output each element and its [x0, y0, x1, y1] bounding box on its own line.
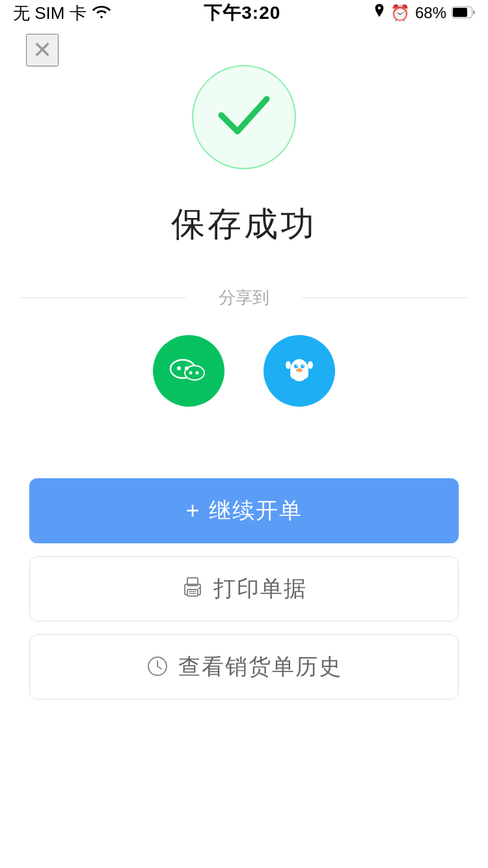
action-buttons: + 继续开单 打印单据	[29, 478, 459, 699]
svg-point-4	[177, 366, 181, 370]
svg-point-6	[189, 372, 193, 375]
share-label: 分享到	[219, 286, 269, 309]
svg-point-22	[198, 587, 200, 589]
status-time: 下午3:20	[204, 1, 280, 25]
divider-left	[20, 297, 186, 298]
svg-point-16	[296, 368, 303, 372]
svg-point-7	[196, 372, 199, 375]
wifi-icon	[92, 4, 111, 22]
svg-point-14	[296, 365, 297, 366]
close-button[interactable]: ✕	[26, 34, 59, 66]
battery-percent: 68%	[415, 4, 446, 22]
svg-line-27	[157, 666, 161, 669]
status-left: 无 SIM 卡	[13, 2, 111, 25]
svg-point-13	[301, 364, 305, 368]
svg-point-17	[286, 361, 291, 369]
share-divider: 分享到	[0, 286, 488, 309]
checkmark-icon	[218, 91, 270, 143]
print-receipt-label: 打印单据	[213, 574, 307, 604]
view-history-label: 查看销货单历史	[178, 652, 342, 682]
wechat-icon	[169, 351, 209, 391]
status-bar: 无 SIM 卡 下午3:20 ⏰ 68%	[0, 0, 488, 26]
continue-order-label: 继续开单	[209, 496, 303, 526]
print-receipt-button[interactable]: 打印单据	[29, 556, 459, 621]
status-right: ⏰ 68%	[373, 4, 475, 22]
share-section: 分享到	[0, 286, 488, 446]
svg-point-12	[294, 364, 298, 368]
svg-rect-1	[453, 8, 467, 17]
clock-icon	[146, 655, 169, 680]
qq-icon	[279, 351, 319, 391]
main-content: 保存成功 分享到	[0, 26, 488, 699]
plus-icon: +	[185, 497, 199, 524]
share-icons	[0, 335, 488, 407]
svg-rect-21	[187, 590, 198, 596]
alarm-icon: ⏰	[390, 4, 410, 22]
success-circle	[192, 65, 296, 169]
battery-icon	[452, 4, 475, 22]
success-title: 保存成功	[171, 202, 317, 247]
wechat-share-button[interactable]	[153, 335, 224, 407]
svg-point-18	[308, 361, 313, 369]
location-icon	[373, 4, 385, 22]
printer-icon	[181, 576, 204, 602]
continue-order-button[interactable]: + 继续开单	[29, 478, 459, 543]
divider-right	[302, 297, 468, 298]
svg-point-5	[185, 366, 189, 370]
close-icon: ✕	[33, 38, 52, 62]
qq-share-button[interactable]	[264, 335, 335, 407]
svg-point-15	[303, 365, 304, 366]
sim-label: 无 SIM 卡	[13, 2, 87, 25]
view-history-button[interactable]: 查看销货单历史	[29, 634, 459, 699]
